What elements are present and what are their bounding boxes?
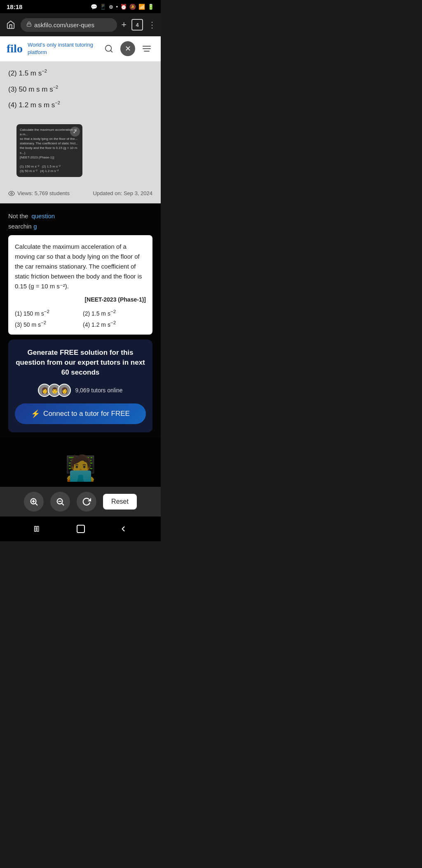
svg-line-2: [110, 50, 112, 52]
filo-logo-text: filo: [7, 42, 23, 55]
lock-icon: [26, 21, 32, 28]
back-nav-button[interactable]: [119, 525, 127, 533]
not-right-text-2: searchin g: [0, 222, 161, 234]
option-4: (4) 1.2 m s m s−2: [8, 100, 152, 110]
tutor-avatar-3: 👩: [58, 384, 71, 397]
svg-point-3: [11, 193, 12, 194]
wifi-icon: 📶: [138, 4, 145, 10]
not-right-row: Not the question: [0, 208, 161, 222]
whatsapp-icon: 📱: [100, 4, 106, 10]
status-bar: 18:18 💬 📱 ⊕ • ⏰ 🔕 📶 🔋: [0, 0, 161, 13]
question-thumbnail[interactable]: Calculate the maximum acceleration of a …: [16, 124, 82, 177]
popup-options: (1) 150 m s−2 (2) 1.5 m s−2 (3) 50 m s−2…: [15, 309, 146, 328]
browser-menu-button[interactable]: ⋮: [148, 20, 156, 30]
dot-icon: •: [116, 4, 118, 10]
zoom-out-button[interactable]: [50, 492, 70, 512]
status-icons: 💬 📱 ⊕ • ⏰ 🔕 📶 🔋: [91, 4, 154, 10]
question-options-area: (2) 1.5 m s−2 (3) 50 m s m s−2 (4) 1.2 m…: [0, 61, 161, 117]
status-time: 18:18: [7, 3, 22, 10]
cta-title: Generate FREE solution for this question…: [15, 348, 146, 377]
svg-rect-19: [77, 525, 84, 533]
hamburger-menu-button[interactable]: [139, 41, 154, 56]
cta-section: Generate FREE solution for this question…: [8, 340, 152, 432]
battery-icon: 🔋: [148, 4, 154, 10]
thumbnail-area: Calculate the maximum acceleration of a …: [0, 118, 161, 186]
lightning-icon: ⚡: [31, 409, 40, 418]
filo-header: filo World's only instant tutoring platf…: [0, 36, 161, 61]
svg-line-5: [35, 504, 37, 505]
menu-line-3: [144, 51, 150, 52]
option-3: (3) 50 m s m s−2: [8, 84, 152, 94]
plus-tab-button[interactable]: +: [121, 19, 127, 30]
bottom-content-area: 🧑‍💻: [0, 437, 161, 487]
svg-rect-18: [37, 526, 39, 532]
filo-logo[interactable]: filo: [7, 42, 23, 55]
tutor-avatars: 👩 👨 👩: [38, 384, 71, 397]
popup-question-text: Calculate the maximum acceleration of a …: [15, 242, 146, 291]
question-link[interactable]: g: [33, 223, 37, 230]
thumbnail-text: Calculate the maximum acceleration of a …: [20, 127, 79, 174]
svg-rect-0: [27, 24, 31, 26]
header-icons: ✕: [101, 41, 154, 56]
option-2: (2) 1.5 m s−2: [8, 68, 152, 78]
popup-option-3: (3) 50 m s−2: [15, 320, 78, 328]
home-button[interactable]: [5, 19, 16, 31]
menu-line-2: [143, 48, 151, 49]
android-nav-bar: [0, 517, 161, 541]
page-content: (2) 1.5 m s−2 (3) 50 m s m s−2 (4) 1.2 m…: [0, 61, 161, 487]
url-text: askfilo.com/user-ques: [34, 21, 94, 28]
popup-source: [NEET-2023 (Phase-1)]: [15, 296, 146, 303]
zoom-controls: Reset: [0, 487, 161, 517]
url-bar[interactable]: askfilo.com/user-ques: [21, 18, 117, 32]
tutors-row: 👩 👨 👩 9,069 tutors online: [15, 384, 146, 397]
connect-tutor-button[interactable]: ⚡ Connect to a tutor for FREE: [15, 403, 146, 424]
alarm-icon: ⏰: [120, 4, 127, 10]
recent-apps-button[interactable]: [33, 524, 42, 533]
tutors-count: 9,069 tutors online: [75, 387, 122, 394]
tab-count-button[interactable]: 4: [131, 19, 143, 31]
person-illustration: 🧑‍💻: [65, 453, 96, 483]
mute-icon: 🔕: [129, 4, 136, 10]
browser-bar: askfilo.com/user-ques + 4 ⋮: [0, 13, 161, 36]
popup-option-1: (1) 150 m s−2: [15, 309, 78, 317]
popup-option-2: (2) 1.5 m s−2: [83, 309, 146, 317]
chat-icon: 💬: [91, 4, 97, 10]
filo-tagline: World's only instant tutoring platform: [28, 41, 101, 56]
question-popup-card: Calculate the maximum acceleration of a …: [8, 235, 152, 335]
connect-btn-label: Connect to a tutor for FREE: [43, 410, 130, 418]
browser-actions: + 4 ⋮: [121, 19, 156, 31]
menu-line-1: [143, 46, 151, 47]
zoom-in-button[interactable]: [24, 492, 44, 512]
updated-date: Updated on: Sep 3, 2024: [93, 190, 152, 196]
close-button[interactable]: ✕: [120, 41, 135, 56]
searching-link[interactable]: question: [31, 212, 55, 219]
rotate-button[interactable]: [77, 492, 96, 512]
svg-line-9: [62, 504, 63, 505]
account-icon: ⊕: [109, 4, 113, 10]
views-count: Views: 5,769 students: [8, 190, 70, 197]
search-button[interactable]: [101, 41, 116, 56]
overlay-area: Not the question searchin g Calculate th…: [0, 203, 161, 487]
home-nav-button[interactable]: [76, 524, 86, 534]
reset-button[interactable]: Reset: [103, 494, 137, 509]
popup-option-4: (4) 1.2 m s−2: [83, 320, 146, 328]
expand-icon[interactable]: ⤢: [70, 127, 80, 137]
stats-row: Views: 5,769 students Updated on: Sep 3,…: [0, 186, 161, 203]
